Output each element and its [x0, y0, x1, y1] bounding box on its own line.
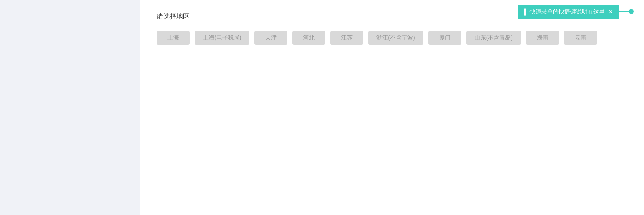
region-btn-shandong[interactable]: 山东(不含青岛)	[466, 31, 521, 45]
tooltip-line	[616, 11, 629, 12]
region-btn-xiamen[interactable]: 厦门	[428, 31, 461, 45]
tooltip-text: 快速录单的快捷键说明在这里	[530, 8, 605, 16]
tooltip-dot	[629, 9, 634, 14]
region-btn-yunnan[interactable]: 云南	[564, 31, 597, 45]
region-buttons-container: 上海上海(电子税局)天津河北江苏浙江(不含宁波)厦门山东(不含青岛)海南云南	[157, 31, 628, 45]
left-sidebar	[0, 0, 140, 215]
region-btn-tianjin[interactable]: 天津	[254, 31, 287, 45]
tooltip-close-button[interactable]: ×	[609, 9, 613, 15]
region-btn-shanghai-etax[interactable]: 上海(电子税局)	[195, 31, 249, 45]
region-btn-zhejiang[interactable]: 浙江(不含宁波)	[368, 31, 423, 45]
region-btn-jiangsu[interactable]: 江苏	[330, 31, 363, 45]
tooltip-banner: 快速录单的快捷键说明在这里 ×	[518, 5, 619, 19]
main-content: 请选择地区： 上海上海(电子税局)天津河北江苏浙江(不含宁波)厦门山东(不含青岛…	[140, 0, 644, 215]
region-btn-shanghai[interactable]: 上海	[157, 31, 190, 45]
region-btn-hainan[interactable]: 海南	[526, 31, 559, 45]
region-btn-hebei[interactable]: 河北	[292, 31, 325, 45]
